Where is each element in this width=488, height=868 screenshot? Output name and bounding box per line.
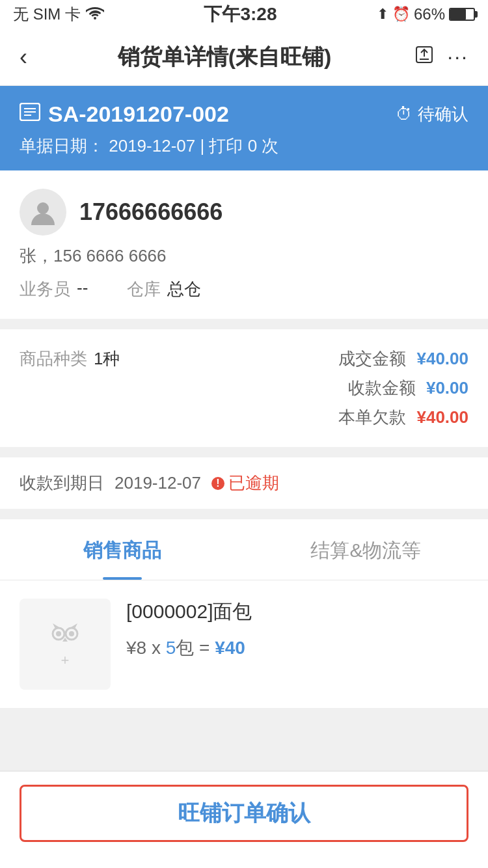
product-name-text: 面包 [213,601,252,622]
back-button[interactable]: ‹ [20,44,59,71]
customer-phone: 17666666666 [79,198,223,226]
overdue-text: 已逾期 [228,472,279,495]
order-date: 2019-12-07 [109,136,195,156]
status-clock-icon: ⏱ [396,104,413,124]
product-code: [0000002] [126,601,213,622]
owed-label: 本单欠款 [338,406,406,429]
nav-actions: ··· [390,45,468,69]
customer-meta: 业务员 -- 仓库 总仓 [20,278,468,301]
tab-sales-label: 销售商品 [83,539,161,561]
status-left: 无 SIM 卡 [13,4,104,25]
multiply-sign: x [152,638,166,658]
overdue-dot-icon: ! [211,477,224,490]
order-header-banner: SA-20191207-002 ⏱ 待确认 单据日期： 2019-12-07 |… [0,86,488,170]
tabs-row: 销售商品 结算&物流等 [0,519,488,580]
svg-point-7 [37,202,49,214]
divider-2 [0,447,488,457]
divider-3 [0,509,488,519]
amount-value: ¥40.00 [416,349,468,369]
product-total: ¥40 [215,638,245,658]
warehouse-value: 总仓 [167,278,201,301]
more-icon[interactable]: ··· [447,45,468,69]
location-icon: ⬆ [377,6,388,23]
due-section: 收款到期日 2019-12-07 ! 已逾期 [0,457,488,509]
product-info: [0000002]面包 ¥8 x 5包 = ¥40 [126,599,468,660]
order-id: SA-20191207-002 [48,102,229,127]
sales-value: -- [77,278,88,301]
due-date-label: 收款到期日 [20,472,104,495]
status-time: 下午3:28 [204,2,277,27]
equals-sign: = [199,638,215,658]
status-bar: 无 SIM 卡 下午3:28 ⬆ ⏰ 66% [0,0,488,29]
order-date-row: 单据日期： 2019-12-07 | 打印 0 次 [20,135,468,157]
order-status: ⏱ 待确认 [396,103,468,126]
amount-label: 成交金额 [338,347,406,370]
product-unit: 包 [176,638,194,658]
received-label: 收款金额 [348,377,416,400]
battery-percent: 66% [414,5,445,23]
sales-label: 业务员 [20,278,70,301]
product-qty: 5 [166,638,176,658]
share-icon[interactable] [414,45,434,69]
alarm-icon: ⏰ [392,6,410,23]
date-label: 单据日期： [20,136,104,156]
divider-1 [0,319,488,329]
product-item: + [0000002]面包 ¥8 x 5包 = ¥40 [20,599,468,690]
product-thumbnail: + [20,599,111,690]
confirm-button[interactable]: 旺铺订单确认 [20,785,468,842]
summary-section: 商品种类 1种 成交金额 ¥40.00 收款金额 ¥0.00 本单欠款 ¥40.… [0,329,488,447]
overdue-badge: ! 已逾期 [211,472,279,495]
owed-value: ¥40.00 [416,407,468,427]
warehouse-label: 仓库 [127,278,161,301]
product-section: + [0000002]面包 ¥8 x 5包 = ¥40 [0,580,488,708]
customer-section: 17666666666 张，156 6666 6666 业务员 -- 仓库 总仓 [0,170,488,319]
status-label: 待确认 [418,103,468,126]
battery-icon [449,8,475,21]
nav-bar: ‹ 销货单详情(来自旺铺) ··· [0,29,488,86]
tabs-section: 销售商品 结算&物流等 [0,519,488,580]
print-info: | 打印 0 次 [200,136,278,156]
page-title: 销货单详情(来自旺铺) [59,42,390,72]
wifi-icon [86,5,104,23]
product-type-value: 1种 [94,347,120,370]
product-calc: ¥8 x 5包 = ¥40 [126,636,468,660]
received-value: ¥0.00 [426,378,468,398]
product-name: [0000002]面包 [126,599,468,625]
bottom-bar: 旺铺订单确认 [0,770,488,868]
tab-sales[interactable]: 销售商品 [0,519,244,580]
product-price: ¥8 [126,638,146,658]
tab-settlement[interactable]: 结算&物流等 [244,519,488,580]
customer-name: 张，156 6666 6666 [20,245,468,267]
due-date-value: 2019-12-07 [115,473,201,493]
product-type-label: 商品种类 [20,347,87,370]
svg-point-11 [69,631,74,636]
tab-settlement-label: 结算&物流等 [310,539,421,561]
svg-point-10 [56,631,61,636]
avatar [20,189,66,236]
status-right: ⬆ ⏰ 66% [377,5,475,23]
order-icon [20,102,40,126]
carrier-label: 无 SIM 卡 [13,4,81,25]
